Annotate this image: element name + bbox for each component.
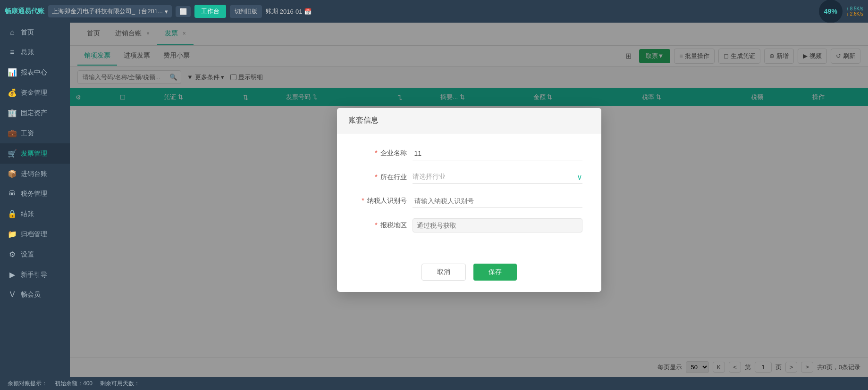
company-label: * 企业名称 [356, 149, 413, 158]
modal-overlay: 账套信息 * 企业名称 * 所在行 [70, 23, 868, 377]
top-bar-right: 49% ↑ 8.5K/s ↓ 2.6K/s [819, 0, 863, 23]
speed-indicator: 49% [819, 0, 843, 23]
content-area: 首页 进销台账 × 发票 × 销项发票 进项发票 费用小 [70, 23, 868, 377]
modal-body: * 企业名称 * 所在行业 请选择行业 ∨ [337, 133, 601, 256]
workspace-button[interactable]: 工作台 [194, 5, 226, 18]
industry-label: * 所在行业 [356, 173, 413, 182]
settings-icon: ⚙ [8, 250, 17, 259]
form-row-industry: * 所在行业 请选择行业 ∨ [356, 171, 582, 184]
switch-old-button[interactable]: 切到旧版 [230, 5, 262, 18]
company-name-input[interactable] [413, 147, 582, 160]
guide-icon: ▶ [8, 270, 17, 279]
modal-title: 账套信息 [337, 108, 601, 133]
archive-icon: 📁 [8, 230, 17, 239]
sidebar-item-ledger[interactable]: ≡ 总账 [0, 42, 70, 62]
period-info: 账期 2016-01 📅 [266, 7, 312, 16]
sidebar-item-assets[interactable]: 🏢 固定资产 [0, 103, 70, 123]
cancel-button[interactable]: 取消 [421, 264, 466, 281]
form-row-company: * 企业名称 [356, 147, 582, 160]
tax-icon: 🏛 [8, 190, 17, 198]
sidebar-item-reports[interactable]: 📊 报表中心 [0, 62, 70, 83]
speed-text: ↑ 8.5K/s ↓ 2.6K/s [846, 6, 863, 17]
purchase-icon: 📦 [8, 169, 17, 178]
account-info-modal: 账套信息 * 企业名称 * 所在行 [337, 108, 601, 292]
sidebar-item-purchase[interactable]: 📦 进销台账 [0, 164, 70, 184]
sidebar-item-home[interactable]: ⌂ 首页 [0, 23, 70, 42]
top-bar: 畅康通易代账 上海卯金刀电子科技有限公司_（台201... ▾ ⬜ 工作台 切到… [0, 0, 868, 23]
sidebar-item-archive[interactable]: 📁 归档管理 [0, 224, 70, 244]
company-selector[interactable]: 上海卯金刀电子科技有限公司_（台201... ▾ [48, 5, 172, 17]
sidebar-item-funds[interactable]: 💰 资金管理 [0, 83, 70, 103]
bottom-status: 余额对账提示： 初始余额：400 剩余可用天数： [0, 377, 868, 390]
save-button[interactable]: 保存 [473, 264, 517, 281]
sidebar: ⌂ 首页 ≡ 总账 📊 报表中心 💰 资金管理 🏢 固定资产 💼 工资 🛒 发票… [0, 23, 70, 377]
copy-icon-btn[interactable]: ⬜ [176, 6, 191, 17]
home-icon: ⌂ [8, 28, 17, 37]
tax-region-label: * 报税地区 [356, 221, 413, 230]
sidebar-item-guide[interactable]: ▶ 新手引导 [0, 265, 70, 285]
sidebar-item-closing[interactable]: 🔒 结账 [0, 204, 70, 224]
industry-chevron-icon: ∨ [577, 173, 582, 182]
form-row-tax-id: * 纳税人识别号 [356, 194, 582, 208]
sidebar-item-member[interactable]: V 畅会员 [0, 285, 70, 305]
tax-id-label: * 纳税人识别号 [356, 197, 413, 205]
app-logo: 畅康通易代账 [5, 7, 44, 16]
sidebar-item-tax[interactable]: 🏛 税务管理 [0, 184, 70, 204]
modal-footer: 取消 保存 [337, 256, 601, 292]
sidebar-item-salary[interactable]: 💼 工资 [0, 123, 70, 143]
ledger-icon: ≡ [8, 48, 17, 57]
sidebar-item-invoice[interactable]: 🛒 发票管理 [0, 143, 70, 164]
main-layout: ⌂ 首页 ≡ 总账 📊 报表中心 💰 资金管理 🏢 固定资产 💼 工资 🛒 发票… [0, 23, 868, 377]
salary-icon: 💼 [8, 129, 17, 138]
industry-select-wrap[interactable]: 请选择行业 ∨ [413, 171, 582, 184]
calendar-icon[interactable]: 📅 [304, 8, 312, 15]
closing-icon: 🔒 [8, 209, 17, 218]
form-row-tax-region: * 报税地区 [356, 218, 582, 232]
invoice-icon: 🛒 [8, 149, 17, 158]
tax-region-input [413, 218, 582, 232]
member-icon: V [8, 290, 17, 299]
assets-icon: 🏢 [8, 108, 17, 117]
sidebar-item-settings[interactable]: ⚙ 设置 [0, 244, 70, 265]
tax-id-input[interactable] [413, 194, 582, 208]
funds-icon: 💰 [8, 88, 17, 97]
reports-icon: 📊 [8, 68, 17, 77]
chevron-down-icon: ▾ [165, 8, 168, 15]
